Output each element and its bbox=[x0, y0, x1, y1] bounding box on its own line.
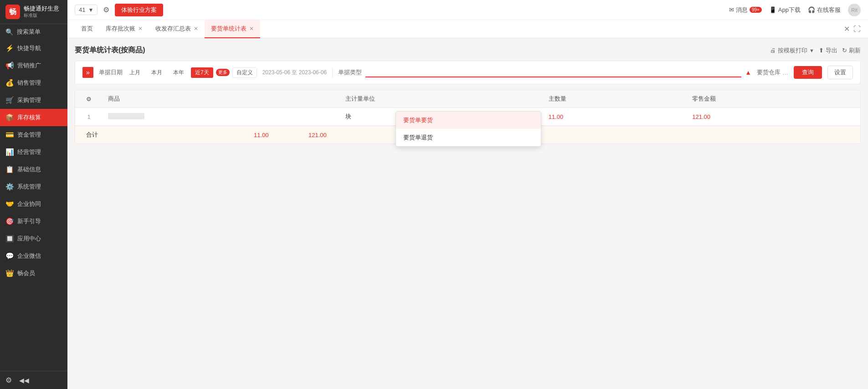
avatar-text: Rit bbox=[851, 7, 857, 13]
sidebar-item-operations[interactable]: 📊 经营管理 bbox=[0, 143, 67, 161]
tab-receive-summary-label: 收发存汇总表 bbox=[155, 25, 191, 33]
gear-icon[interactable]: ⚙ bbox=[103, 5, 109, 14]
dropdown-item-requisition-return-label: 要货单退货 bbox=[403, 133, 433, 142]
table-settings-icon[interactable]: ⚙ bbox=[86, 96, 92, 102]
search-label: 搜索菜单 bbox=[17, 28, 41, 36]
tab-inventory-batch[interactable]: 库存批次账 ✕ bbox=[99, 20, 149, 38]
nav-finance-label: 资金管理 bbox=[17, 131, 41, 139]
tab-inventory-batch-close[interactable]: ✕ bbox=[138, 26, 143, 32]
sidebar-item-wechat[interactable]: 💬 企业微信 bbox=[0, 247, 67, 265]
main-area: 41 ▼ ⚙ 体验行业方案 ✉ 消息 99+ 📱 App下载 🎧 在线客服 Ri… bbox=[67, 0, 868, 389]
export-btn[interactable]: ⬆ 导出 bbox=[819, 46, 837, 55]
nav-appstore-label: 应用中心 bbox=[17, 235, 41, 243]
sidebar-item-basic[interactable]: 📋 基础信息 bbox=[0, 161, 67, 178]
trial-btn[interactable]: 体验行业方案 bbox=[115, 4, 163, 16]
type-label: 单据类型 bbox=[338, 68, 362, 77]
sidebar-item-guide[interactable]: 🎯 新手引导 bbox=[0, 213, 67, 230]
type-filter-group: 单据类型 ▲ bbox=[338, 68, 751, 77]
sidebar-item-enterprise[interactable]: 🤝 企业协同 bbox=[0, 195, 67, 213]
basic-icon: 📋 bbox=[5, 165, 14, 174]
settings-bottom-icon[interactable]: ⚙ bbox=[5, 376, 12, 384]
dropdown-item-requisition-return[interactable]: 要货单退货 bbox=[396, 129, 541, 146]
headset-icon: 🎧 bbox=[808, 6, 815, 13]
workspace-selector[interactable]: 41 ▼ bbox=[75, 5, 98, 15]
settings-btn[interactable]: 设置 bbox=[827, 66, 853, 79]
sidebar-logo: 畅 畅捷通好生意 标准版 bbox=[0, 0, 67, 24]
col-settings[interactable]: ⚙ bbox=[75, 90, 103, 108]
date-btn-custom[interactable]: 自定义 bbox=[232, 67, 257, 78]
tab-requisition-summary[interactable]: 要货单统计表 ✕ bbox=[205, 20, 260, 38]
app-download-btn[interactable]: 📱 App下载 bbox=[769, 6, 801, 14]
search-menu[interactable]: 🔍 搜索菜单 bbox=[0, 24, 67, 40]
type-input[interactable] bbox=[365, 68, 741, 77]
warehouse-dots-icon[interactable]: … bbox=[782, 69, 788, 76]
sidebar-item-vip[interactable]: 👑 畅会员 bbox=[0, 265, 67, 282]
export-label: 导出 bbox=[826, 46, 837, 55]
row-index: 1 bbox=[75, 108, 103, 126]
online-service-btn[interactable]: 🎧 在线客服 bbox=[808, 6, 841, 14]
message-icon: ✉ bbox=[729, 6, 734, 13]
filter-divider bbox=[332, 67, 333, 78]
inventory-icon: 📦 bbox=[5, 113, 14, 122]
purchase-icon: 🛒 bbox=[5, 96, 14, 104]
tab-home[interactable]: 首页 bbox=[75, 20, 99, 38]
expand-tab-btn[interactable]: ⛶ bbox=[853, 25, 861, 33]
sidebar-item-system[interactable]: ⚙️ 系统管理 bbox=[0, 178, 67, 195]
enterprise-icon: 🤝 bbox=[5, 200, 14, 208]
date-btn-this-month[interactable]: 本月 bbox=[147, 67, 166, 78]
date-btn-last-month[interactable]: 上月 bbox=[125, 67, 144, 78]
print-template-btn[interactable]: 🖨 按模板打印 ▼ bbox=[770, 46, 814, 55]
filter-expand-btn[interactable]: » bbox=[82, 67, 93, 78]
sidebar-item-sales[interactable]: 💰 销售管理 bbox=[0, 74, 67, 92]
sidebar-item-finance[interactable]: 💳 资金管理 bbox=[0, 126, 67, 143]
print-label: 按模板打印 bbox=[778, 46, 807, 55]
online-service-label: 在线客服 bbox=[817, 6, 841, 14]
app-download-label: App下载 bbox=[778, 6, 801, 14]
sidebar-item-quick-nav[interactable]: ⚡ 快捷导航 bbox=[0, 40, 67, 57]
date-label: 单据日期 bbox=[99, 68, 123, 77]
type-dropdown: 要货单要货 要货单退货 bbox=[395, 111, 541, 147]
table-header-row: ⚙ 商品 主计量单位 主数量 零售金额 bbox=[75, 90, 860, 108]
nav-guide-label: 新手引导 bbox=[17, 217, 41, 225]
chevron-up-icon[interactable]: ▲ bbox=[745, 69, 751, 76]
nav-sales-label: 销售管理 bbox=[17, 79, 41, 87]
tab-receive-summary[interactable]: 收发存汇总表 ✕ bbox=[149, 20, 205, 38]
tab-requisition-summary-label: 要货单统计表 bbox=[211, 25, 247, 33]
sidebar-item-appstore[interactable]: 🔲 应用中心 bbox=[0, 230, 67, 247]
export-icon: ⬆ bbox=[819, 47, 824, 54]
refresh-btn[interactable]: ↻ 刷新 bbox=[842, 46, 861, 55]
nav-quick-nav-label: 快捷导航 bbox=[17, 44, 41, 52]
warehouse-label: 要货仓库 bbox=[757, 68, 781, 77]
tab-requisition-summary-close[interactable]: ✕ bbox=[249, 26, 254, 32]
wechat-icon: 💬 bbox=[5, 252, 14, 260]
topbar: 41 ▼ ⚙ 体验行业方案 ✉ 消息 99+ 📱 App下载 🎧 在线客服 Ri… bbox=[67, 0, 868, 20]
chevron-down-icon: ▼ bbox=[88, 7, 93, 13]
product-placeholder bbox=[108, 113, 144, 119]
messages-label: 消息 bbox=[736, 6, 748, 14]
print-icon: 🖨 bbox=[770, 47, 776, 54]
footer-label: 合计 bbox=[81, 131, 254, 139]
sidebar-item-marketing[interactable]: 📢 营销推广 bbox=[0, 57, 67, 74]
messages-btn[interactable]: ✉ 消息 99+ bbox=[729, 6, 762, 14]
dropdown-item-requisition-order[interactable]: 要货单要货 bbox=[396, 112, 541, 129]
messages-badge: 99+ bbox=[750, 7, 762, 13]
phone-icon: 📱 bbox=[769, 6, 776, 13]
row-product bbox=[103, 108, 340, 126]
sidebar-bottom: ⚙ ◀◀ bbox=[0, 371, 67, 389]
query-btn[interactable]: 查询 bbox=[794, 66, 822, 79]
nav-vip-label: 畅会员 bbox=[17, 269, 35, 277]
logo-text: 畅捷通好生意 标准版 bbox=[24, 5, 59, 19]
collapse-icon[interactable]: ◀◀ bbox=[19, 377, 29, 384]
close-tab-btn[interactable]: ✕ bbox=[844, 25, 850, 33]
nav-operations-label: 经营管理 bbox=[17, 148, 41, 156]
date-btn-last-7days[interactable]: 近7天 bbox=[191, 67, 213, 78]
sidebar-item-purchase[interactable]: 🛒 采购管理 bbox=[0, 92, 67, 109]
workspace-name: 41 bbox=[79, 6, 85, 13]
tab-receive-summary-close[interactable]: ✕ bbox=[194, 26, 198, 32]
more-badge[interactable]: 更多 bbox=[216, 69, 230, 76]
avatar[interactable]: Rit bbox=[848, 4, 861, 16]
sidebar-item-inventory[interactable]: 📦 库存核算 bbox=[0, 109, 67, 126]
tabs-bar: 首页 库存批次账 ✕ 收发存汇总表 ✕ 要货单统计表 ✕ ✕ ⛶ bbox=[67, 20, 868, 38]
nav-purchase-label: 采购管理 bbox=[17, 96, 41, 104]
date-btn-this-year[interactable]: 本年 bbox=[169, 67, 188, 78]
